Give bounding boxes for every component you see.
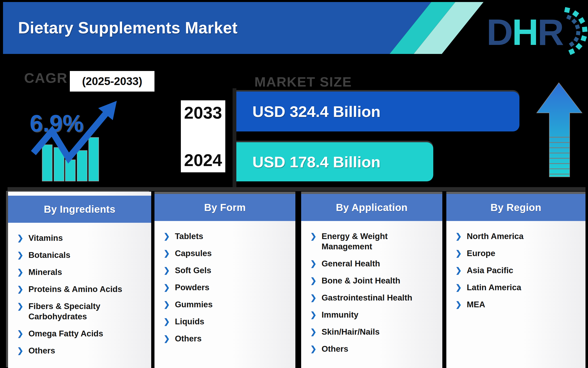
- year-2033: 2033: [184, 103, 222, 122]
- infographic-canvas: Dietary Supplements Market D H R CAGR (: [0, 0, 588, 368]
- segment-list: ❯North America❯Europe❯Asia Pacific❯Latin…: [446, 221, 585, 310]
- market-size-label: MARKET SIZE: [254, 74, 352, 90]
- chevron-icon: ❯: [310, 292, 316, 303]
- panel-by-ingredients: By Ingredients ❯Vitamins❯Botanicals❯Mine…: [8, 192, 151, 368]
- list-item-label: Soft Gels: [175, 265, 211, 275]
- chevron-icon: ❯: [310, 258, 316, 269]
- growth-chart-icon: [23, 95, 133, 187]
- panel-title: By Region: [446, 194, 585, 221]
- list-item-label: Others: [322, 344, 348, 354]
- list-item: ❯Others: [310, 344, 438, 354]
- list-item-label: Gastrointestinal Health: [322, 292, 412, 303]
- list-item-label: Skin/Hair/Nails: [322, 327, 380, 337]
- list-item: ❯Fibers & Specialty Carbohydrates: [17, 301, 147, 322]
- list-item-label: MEA: [467, 299, 485, 310]
- segment-list: ❯Tablets❯Capsules❯Soft Gels❯Powders❯Gumm…: [154, 221, 295, 344]
- list-item: ❯General Health: [310, 258, 438, 269]
- chevron-icon: ❯: [310, 231, 316, 252]
- list-item: ❯Immunity: [310, 310, 438, 320]
- list-item: ❯North America: [455, 231, 581, 241]
- cagr-label: CAGR: [24, 70, 68, 86]
- list-item-label: General Health: [322, 258, 380, 269]
- list-item: ❯Tablets: [164, 231, 291, 241]
- list-item-label: Vitamins: [28, 233, 63, 243]
- list-item: ❯Others: [164, 333, 291, 344]
- chevron-icon: ❯: [455, 299, 462, 310]
- list-item: ❯Energy & Weight Management: [310, 231, 438, 252]
- chevron-icon: ❯: [164, 248, 170, 258]
- panel-title: By Form: [154, 194, 295, 221]
- list-item-label: Liquids: [175, 316, 204, 327]
- cagr-period-box: (2025-2033): [70, 71, 154, 92]
- list-item-label: Minerals: [28, 267, 62, 277]
- chevron-icon: ❯: [17, 301, 23, 322]
- panel-title: By Ingredients: [8, 196, 151, 223]
- list-item-label: Bone & Joint Health: [322, 275, 400, 286]
- list-item: ❯Omega Fatty Acids: [17, 328, 147, 339]
- list-item: ❯Liquids: [164, 316, 291, 327]
- bar-2024-value: USD 178.4 Billion: [236, 153, 381, 171]
- list-item: ❯MEA: [455, 299, 581, 310]
- list-item-label: Botanicals: [28, 250, 70, 260]
- list-item-label: Energy & Weight Management: [322, 231, 438, 252]
- chevron-icon: ❯: [17, 345, 23, 356]
- bar-2024: USD 178.4 Billion: [236, 142, 433, 181]
- section-divider: [8, 187, 585, 191]
- chevron-icon: ❯: [17, 233, 23, 243]
- list-item: ❯Proteins & Amino Acids: [17, 284, 147, 294]
- header-band: Dietary Supplements Market D H R: [3, 2, 585, 54]
- logo-dot-arc-icon: [553, 2, 588, 55]
- list-item: ❯Latin America: [455, 282, 581, 292]
- chevron-icon: ❯: [164, 282, 170, 292]
- list-item-label: Powders: [175, 282, 209, 292]
- list-item-label: North America: [467, 231, 523, 241]
- chevron-icon: ❯: [310, 344, 316, 354]
- chevron-icon: ❯: [310, 275, 316, 286]
- list-item-label: Capsules: [175, 248, 212, 258]
- page-title: Dietary Supplements Market: [18, 2, 238, 54]
- list-item-label: Others: [175, 333, 201, 344]
- list-item: ❯Gastrointestinal Health: [310, 292, 438, 303]
- list-item: ❯Vitamins: [17, 233, 147, 243]
- list-item-label: Asia Pacific: [467, 265, 513, 275]
- panel-title: By Application: [301, 194, 442, 221]
- chevron-icon: ❯: [164, 316, 170, 327]
- list-item-label: Immunity: [322, 310, 358, 320]
- list-item: ❯Asia Pacific: [455, 265, 581, 275]
- dhr-logo: D H R: [487, 14, 563, 51]
- chevron-icon: ❯: [17, 328, 23, 339]
- chevron-icon: ❯: [164, 231, 170, 241]
- list-item-label: Omega Fatty Acids: [28, 328, 103, 339]
- cagr-period: (2025-2033): [82, 75, 142, 88]
- up-arrow-icon: [535, 82, 585, 179]
- bar-2033: USD 324.4 Billion: [236, 92, 519, 131]
- panel-by-form: By Form ❯Tablets❯Capsules❯Soft Gels❯Powd…: [154, 192, 295, 368]
- chevron-icon: ❯: [17, 250, 23, 260]
- chevron-icon: ❯: [17, 284, 23, 294]
- chevron-icon: ❯: [455, 265, 462, 275]
- list-item-label: Fibers & Specialty Carbohydrates: [28, 301, 147, 322]
- list-item: ❯Bone & Joint Health: [310, 275, 438, 286]
- list-item: ❯Skin/Hair/Nails: [310, 327, 438, 337]
- panel-by-application: By Application ❯Energy & Weight Manageme…: [301, 192, 442, 368]
- bar-2033-value: USD 324.4 Billion: [236, 103, 381, 120]
- chevron-icon: ❯: [164, 265, 170, 275]
- chevron-icon: ❯: [17, 267, 23, 277]
- logo-letter-h: H: [512, 14, 537, 51]
- year-2024: 2024: [184, 150, 222, 170]
- list-item-label: Others: [28, 345, 55, 356]
- chevron-icon: ❯: [310, 327, 316, 337]
- logo-letter-d: D: [487, 14, 512, 51]
- chevron-icon: ❯: [455, 231, 462, 241]
- chevron-icon: ❯: [164, 333, 170, 344]
- list-item: ❯Europe: [455, 248, 581, 258]
- chevron-icon: ❯: [455, 282, 462, 292]
- list-item: ❯Soft Gels: [164, 265, 291, 275]
- chevron-icon: ❯: [310, 310, 316, 320]
- year-box: 2033 2024: [181, 100, 225, 172]
- list-item-label: Proteins & Amino Acids: [28, 284, 122, 294]
- list-item: ❯Botanicals: [17, 250, 147, 260]
- list-item-label: Latin America: [467, 282, 521, 292]
- list-item-label: Tablets: [175, 231, 203, 241]
- list-item-label: Gummies: [175, 299, 212, 310]
